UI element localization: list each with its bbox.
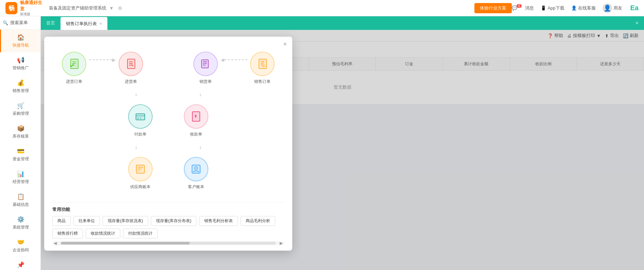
main-layout: 🔍 搜索菜单 🏠 快捷导航 📢 营销推广 💰 销售管理 🛒 采购管理 📦 库存核… <box>0 16 644 270</box>
basic-info-icon: 📋 <box>17 193 24 200</box>
flow-sales-bill[interactable]: 销货单 <box>191 48 221 89</box>
sidebar-item-purchase[interactable]: 🛒 采购管理 <box>0 98 40 121</box>
sales-order-label: 销售订单 <box>254 79 271 85</box>
sales-bill-icon <box>193 52 218 76</box>
system-name-dropdown-icon[interactable]: ▼ <box>109 5 114 11</box>
flow-row-2: ¥ 付款单 ¥ 收款单 <box>52 97 284 144</box>
purchase-icon: 🛒 <box>17 102 24 109</box>
payment-bill-label: 付款单 <box>134 131 146 137</box>
svg-rect-31 <box>138 167 143 168</box>
service-icon: 👤 <box>571 5 577 11</box>
customer-ledger-label: 客户账本 <box>188 184 204 190</box>
flow-payment-bill[interactable]: ¥ 付款单 <box>125 100 155 141</box>
sidebar-item-marketing[interactable]: 📢 营销推广 <box>0 52 40 75</box>
tab-home[interactable]: 首页 <box>41 16 60 30</box>
logo-icon: 畅 <box>5 2 17 14</box>
user-action[interactable]: 👤 用友 <box>603 3 622 13</box>
sidebar-item-finance[interactable]: 💳 资金管理 <box>0 143 40 166</box>
tab-sales-order-exec[interactable]: 销售订单执行表 × <box>60 17 107 31</box>
trial-btn[interactable]: 体验行业方案 <box>474 3 512 13</box>
sidebar-item-system-label: 系统管理 <box>13 224 29 230</box>
sidebar-item-operation[interactable]: 📊 经营管理 <box>0 166 40 189</box>
flow-purchase-bill[interactable]: 进货单 <box>116 48 146 89</box>
flow-customer-ledger[interactable]: 客户账本 <box>181 153 211 194</box>
newbie-icon: 📌 <box>17 261 24 269</box>
top-bar: 畅 畅康通好生意 标准版 装备及固定资产辅助管理系统 ▼ ⚙ 体验行业方案 💬 … <box>0 0 644 16</box>
payment-bill-icon: ¥ <box>128 104 153 129</box>
flow-supplier-ledger[interactable]: 供应商账本 <box>125 153 155 194</box>
func-buttons-row1: 商品往来单位现存量(库存状况表)现存量(库存分布表)销售毛利分析表商品毛利分析 <box>52 216 284 226</box>
flow-purchase-order[interactable]: 进货订单 <box>59 48 89 89</box>
scroll-right-arrow[interactable]: ▶ <box>278 241 284 246</box>
flow-arrows-down-2: ↓ ↓ <box>52 144 284 150</box>
settings-icon[interactable]: ⚙ <box>118 5 122 11</box>
svg-point-24 <box>137 118 139 119</box>
flow-sales-order[interactable]: 销售订单 <box>247 48 277 89</box>
flow-receipt-bill[interactable]: ¥ 收款单 <box>181 100 211 141</box>
sidebar-item-inventory-label: 库存核算 <box>13 133 29 139</box>
func-btn-row2-2[interactable]: 付款情况统计 <box>123 229 158 238</box>
app-download-action[interactable]: 📱 App下载 <box>541 5 564 11</box>
func-btn-3[interactable]: 现存量(库存分布表) <box>151 216 196 226</box>
message-label: 消息 <box>525 5 534 11</box>
sidebar-item-newbie[interactable]: 📌 新手引导 <box>0 257 40 270</box>
sidebar-item-inventory[interactable]: 📦 库存核算 <box>0 121 40 143</box>
user-label: 用友 <box>613 5 622 11</box>
sidebar-item-basic-info[interactable]: 📋 基础信息 <box>0 189 40 212</box>
top-actions: 💬 6 消息 📱 App下载 👤 在线客服 👤 用友 Ea <box>512 3 639 13</box>
sidebar-item-sales-label: 销售管理 <box>13 88 29 94</box>
sidebar-item-sales[interactable]: 💰 销售管理 <box>0 75 40 98</box>
func-btn-row2-1[interactable]: 收款情况统计 <box>86 229 120 238</box>
sidebar-item-quick-nav-label: 快捷导航 <box>13 42 29 48</box>
flow-row-1: 进货订单 ▶ <box>52 45 284 91</box>
sidebar: 🔍 搜索菜单 🏠 快捷导航 📢 营销推广 💰 销售管理 🛒 采购管理 📦 库存核… <box>0 16 41 270</box>
online-service-action[interactable]: 👤 在线客服 <box>571 5 596 11</box>
flow-row-3: 供应商账本 客户账本 <box>52 150 284 197</box>
flow-arrows-down: ↓ ↓ <box>52 91 284 97</box>
tab-bar-close-icon[interactable]: × <box>630 20 644 26</box>
supplier-ledger-icon <box>128 157 153 181</box>
svg-rect-15 <box>259 59 266 69</box>
sidebar-item-basic-info-label: 基础信息 <box>13 202 29 208</box>
operation-icon: 📊 <box>17 170 24 178</box>
user-extra: Ea <box>630 4 639 12</box>
flow-diagram-area: 进货订单 ▶ <box>52 45 284 197</box>
content-area: 首页 销售订单执行表 × × ❓ 帮助 🖨 按模板打印 ▼ <box>41 16 644 270</box>
sidebar-item-purchase-label: 采购管理 <box>13 111 29 116</box>
tab-close-icon[interactable]: × <box>100 21 102 26</box>
system-name-text: 装备及固定资产辅助管理系统 <box>49 5 106 11</box>
func-btn-row2-0[interactable]: 销售排行榜 <box>52 229 83 238</box>
search-menu[interactable]: 🔍 搜索菜单 <box>0 16 40 30</box>
func-btn-5[interactable]: 商品毛利分析 <box>241 216 275 226</box>
modal-scrollbar[interactable]: ◀ ▶ <box>52 241 284 245</box>
modal-overlay[interactable]: × 进货订单 <box>41 30 644 270</box>
system-name-area: 装备及固定资产辅助管理系统 ▼ ⚙ <box>49 5 474 11</box>
func-btn-2[interactable]: 现存量(库存状况表) <box>103 216 148 226</box>
modal-close-btn[interactable]: × <box>283 41 287 48</box>
sales-order-icon <box>250 52 275 76</box>
sidebar-item-enterprise[interactable]: 🤝 企业协同 <box>0 234 40 257</box>
tab-sales-order-exec-label: 销售订单执行表 <box>66 21 97 27</box>
avatar-text: 👤 <box>604 4 611 12</box>
search-icon: 🔍 <box>3 20 8 25</box>
purchase-order-label: 进货订单 <box>66 79 82 85</box>
func-btn-0[interactable]: 商品 <box>52 216 71 226</box>
func-btn-1[interactable]: 往来单位 <box>73 216 100 226</box>
app-logo: 畅 畅康通好生意 标准版 <box>5 0 46 17</box>
sidebar-item-enterprise-label: 企业协同 <box>13 247 29 253</box>
purchase-bill-label: 进货单 <box>125 79 137 85</box>
message-action[interactable]: 💬 6 消息 <box>512 5 534 11</box>
purchase-order-icon <box>62 52 86 76</box>
svg-rect-20 <box>262 65 265 67</box>
page-content: ❓ 帮助 🖨 按模板打印 ▼ ⬆ 导出 🔄 刷新 <box>41 30 644 270</box>
scroll-left-arrow[interactable]: ◀ <box>52 241 58 246</box>
arrow-right-1: ▶ <box>89 48 116 62</box>
svg-rect-13 <box>203 63 207 64</box>
svg-rect-0 <box>71 59 78 69</box>
finance-icon: 💳 <box>17 147 24 155</box>
sidebar-item-quick-nav[interactable]: 🏠 快捷导航 <box>0 30 40 52</box>
sidebar-item-system[interactable]: ⚙️ 系统管理 <box>0 212 40 234</box>
func-btn-4[interactable]: 销售毛利分析表 <box>199 216 238 226</box>
arrow-left-1: ◀ <box>221 48 247 62</box>
sales-bill-label: 销货单 <box>199 79 212 85</box>
